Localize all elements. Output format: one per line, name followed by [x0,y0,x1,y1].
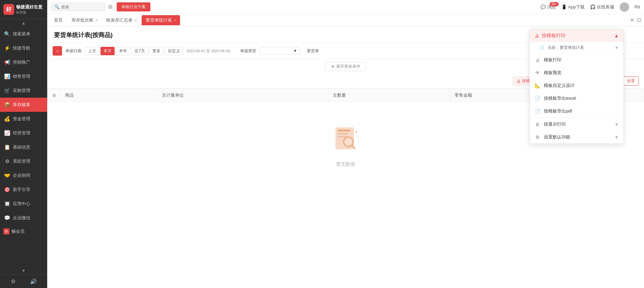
sidebar-item-sales[interactable]: 📊 销售管理 [0,69,47,84]
date-btn-more[interactable]: 更多 [149,47,164,55]
sidebar-item-finance[interactable]: 💰 资金管理 [0,112,47,126]
username-label: Rit [635,4,640,9]
tab-requisition-close[interactable]: × [174,18,176,22]
sidebar-item-wechat[interactable]: 💬 企业微信 [0,211,47,225]
chevron-down-icon: ▼ [293,49,297,53]
sidebar-item-label: 企业微信 [13,215,30,221]
table-header-settings[interactable]: ⚙ [48,89,61,102]
topbar-gear-icon[interactable]: ⚙ [108,4,113,10]
current-template-label: 当前：要货单统计表 [548,45,584,51]
tab-receipts[interactable]: 收发存汇总表 × [102,15,141,25]
sidebar-item-label: 搜索菜单 [13,31,30,37]
sales-icon: 📊 [3,73,11,80]
window-maximize-icon[interactable]: ⊡ [637,17,641,23]
date-btn-this-month[interactable]: 本月 [100,47,115,55]
sidebar-scroll-up[interactable]: ▲ [0,19,47,27]
svg-point-5 [345,139,351,145]
svg-point-7 [355,131,357,133]
sidebar-item-system[interactable]: ⚙ 系统管理 [0,154,47,168]
date-btn-this-year[interactable]: 本年 [116,47,130,55]
template-design-icon: 📐 [534,83,540,89]
template-print-label: 模板打印 [544,57,561,63]
sidebar: 好 畅捷通好生意 标准版 ▲ 🔍 搜索菜单 ⚡ 快捷导航 📢 营销推广 📊 销售… [0,0,47,288]
template-design-label: 模板自定义设计 [544,83,575,89]
date-btn-custom[interactable]: 自定义 [165,47,183,55]
tabs-bar: 首页 库存批次账 × 收发存汇总表 × 要货单统计表 × ✕ ⊡ [47,14,644,26]
expand-conditions-button[interactable]: ▼ 展开更多条件 [325,62,366,71]
system-icon: ⚙ [3,158,11,165]
search-input[interactable] [61,5,95,9]
sidebar-item-label: 销售管理 [13,73,30,79]
sidebar-item-search[interactable]: 🔍 搜索菜单 [0,27,47,41]
collab-icon: 🤝 [3,172,11,179]
topbar-right: 💬 消息 99+ 📱 App下载 🎧 在线客服 Rit [540,2,640,12]
dropdown-item-template-design[interactable]: 📐 模板自定义设计 [530,79,623,92]
tab-home[interactable]: 首页 [50,15,67,25]
template-preview-icon: 👁 [534,70,540,76]
window-close-icon[interactable]: ✕ [630,17,634,23]
tab-batch[interactable]: 库存批次账 × [67,15,101,25]
shortcut-icon: ⚡ [3,44,11,52]
tabs-window-buttons: ✕ ⊡ [630,17,641,23]
dropdown-item-set-default[interactable]: ⚙ 设置默认功能 ▼ [530,131,623,143]
app-logo-icon: 好 [3,4,14,15]
page-content: 要货单统计表(按商品) › 单据日期 上月 本月 本年 近7天 更多 自定义 2… [47,26,644,288]
user-avatar[interactable] [620,2,629,12]
trial-industry-button[interactable]: 体验行业方案 [117,2,150,11]
purchase-icon: 🛒 [3,87,11,94]
sidebar-item-label: 资金管理 [13,116,30,122]
display-print-icon: 🖥 [534,121,540,127]
display-print-arrow: ▼ [614,122,619,127]
sidebar-item-basic[interactable]: 📋 基础信息 [0,140,47,154]
dropdown-item-display-print[interactable]: 🖥 按显示打印 ▼ [530,118,623,131]
sidebar-item-shortcut[interactable]: ⚡ 快捷导航 [0,41,47,55]
order-type-select[interactable]: ▼ [260,47,300,55]
print-dropdown-current[interactable]: 📄 当前：要货单统计表 ▼ [530,42,623,54]
topbar-search-box[interactable]: 🔍 [51,3,105,11]
template-preview-label: 模板预览 [544,70,561,76]
tab-home-label: 首页 [54,17,63,23]
sidebar-item-collab[interactable]: 🤝 企业协同 [0,168,47,183]
app-download-icon: 📱 [561,4,567,9]
sidebar-speaker-icon[interactable]: 🔊 [30,278,37,285]
inventory-icon: 📦 [3,101,11,108]
sidebar-item-guide[interactable]: 🎯 新手引导 [0,183,47,197]
expand-label: 展开更多条件 [336,64,360,69]
sidebar-item-label: 库存核算 [13,102,30,108]
print-dropdown-icon: 🖨 [534,33,539,38]
tab-receipts-close[interactable]: × [135,18,137,22]
topbar-app-download[interactable]: 📱 App下载 [561,4,585,10]
tab-batch-close[interactable]: × [95,18,97,22]
sidebar-item-inventory[interactable]: 📦 库存核算 [0,98,47,112]
guide-icon: 🎯 [3,186,11,193]
sidebar-item-vip[interactable]: V 畅会员 [0,225,47,238]
dropdown-item-export-pdf[interactable]: 📄 按模板导出pdf [530,105,623,118]
topbar-messages[interactable]: 💬 消息 99+ [540,4,556,10]
print-dropdown-title: 按模板打印 [542,33,565,39]
sidebar-item-marketing[interactable]: 📢 营销推广 [0,55,47,69]
app-download-label: App下载 [568,4,585,10]
dropdown-item-template-preview[interactable]: 👁 模板预览 [530,66,623,79]
tab-requisition[interactable]: 要货单统计表 × [142,15,180,25]
dropdown-item-export-excel[interactable]: 📄 按模板导出excel [530,92,623,105]
settings-button[interactable]: 设置 [623,76,639,86]
sidebar-scroll-down[interactable]: ▼ [0,267,47,275]
sidebar-item-operation[interactable]: 📈 经营管理 [0,126,47,140]
topbar-online-service[interactable]: 🎧 在线客服 [590,4,614,10]
export-excel-label: 按模板导出excel [544,95,576,101]
date-btn-7days[interactable]: 近7天 [131,47,148,55]
dropdown-close-icon[interactable]: ▲ [614,33,619,38]
message-icon: 💬 [540,4,546,9]
dropdown-item-template-print[interactable]: 🖨 模板打印 [530,54,623,66]
sidebar-item-purchase[interactable]: 🛒 采购管理 [0,84,47,98]
filter-toggle-button[interactable]: › [53,46,62,56]
date-btn-last-month[interactable]: 上月 [85,47,99,55]
finance-icon: 💰 [3,115,11,123]
sidebar-item-label: 系统管理 [13,158,30,164]
sidebar-nav: 🔍 搜索菜单 ⚡ 快捷导航 📢 营销推广 📊 销售管理 🛒 采购管理 📦 库存核… [0,27,47,267]
sidebar-item-appstore[interactable]: 🔲 应用中心 [0,197,47,211]
print-dropdown-header[interactable]: 🖨 按模板打印 ▲ [530,29,623,42]
sidebar-settings-icon[interactable]: ⚙ [11,278,16,285]
table-config-icon[interactable]: ⚙ [52,93,56,98]
empty-state-text: 暂无数据 [336,161,355,167]
